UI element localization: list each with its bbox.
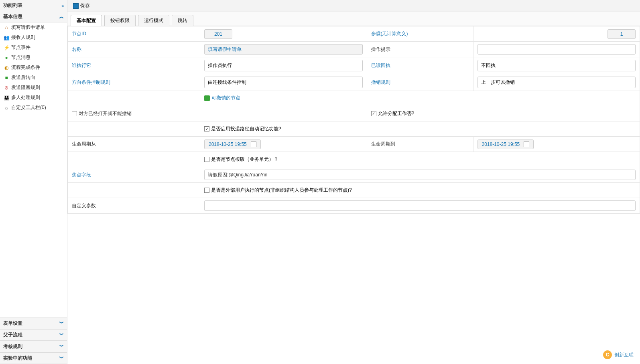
label-life-from: 生命周期从 — [68, 137, 200, 152]
sidebar-footer-0[interactable]: 表单设置︾ — [0, 317, 67, 329]
sidebar-item-label: 填写请假申请单 — [11, 24, 45, 31]
sidebar-item-label: 接收人规则 — [11, 34, 35, 41]
tab-0[interactable]: 基本配置 — [71, 15, 102, 26]
expand-icon: ︾ — [59, 355, 64, 361]
label-life-to: 生命周期到 — [367, 137, 473, 152]
sidebar-item-6[interactable]: ⊘发送阻塞规则 — [0, 83, 67, 93]
watermark: C 创新互联 — [603, 350, 634, 359]
sidebar-title[interactable]: 功能列表 « — [0, 0, 67, 11]
sidebar-item-8[interactable]: ☼自定义工具栏(0) — [0, 103, 67, 113]
direction-rule-dropdown[interactable]: 由连接线条件控制 — [204, 77, 363, 88]
read-receipt-value: 不回执 — [481, 62, 496, 69]
sidebar-footer-3[interactable]: 实验中的功能︾ — [0, 352, 67, 364]
sidebar-footer-1[interactable]: 父子流程︾ — [0, 329, 67, 341]
executor-dropdown[interactable]: 操作员执行 — [204, 60, 363, 71]
sidebar-item-label: 节点消息 — [11, 54, 30, 61]
sidebar-item-5[interactable]: ■发送后转向 — [0, 73, 67, 83]
sidebar-item-label: 节点事件 — [11, 44, 30, 51]
chk-allow-assign[interactable]: 允许分配工作否? — [371, 110, 636, 117]
section-collapse-icon: ︽ — [59, 14, 64, 20]
toolbar: 保存 — [67, 0, 640, 12]
chk-cannot-revoke-label: 对方已经打开就不能撤销 — [79, 110, 132, 117]
label-read-receipt[interactable]: 已读回执 — [371, 63, 390, 68]
revokable-node-label: 可撤销的节点 — [211, 95, 240, 101]
expand-icon: ︾ — [59, 344, 64, 350]
sidebar-footer-label: 考核规则 — [3, 343, 22, 350]
sidebar-item-label: 多人处理规则 — [11, 94, 40, 101]
sidebar-footer-label: 表单设置 — [3, 320, 22, 327]
section-basic-header[interactable]: 基本信息 ︽ — [0, 11, 67, 22]
nav-icon: ● — [3, 55, 10, 61]
label-revoke-rule[interactable]: 撤销规则 — [371, 79, 390, 85]
sidebar-item-3[interactable]: ●节点消息 — [0, 53, 67, 63]
sidebar-title-label: 功能列表 — [3, 2, 22, 9]
label-name[interactable]: 名称 — [72, 47, 81, 52]
sidebar-item-label: 流程完成条件 — [11, 64, 40, 71]
nav-icon: ⌂ — [3, 24, 10, 31]
label-executor[interactable]: 谁执行它 — [72, 63, 91, 68]
sidebar-items: ⌂填写请假申请单👥接收人规则⚡节点事件●节点消息◐流程完成条件■发送后转向⊘发送… — [0, 22, 67, 317]
label-node-id[interactable]: 节点ID — [72, 31, 86, 36]
chk-allow-assign-label: 允许分配工作否? — [378, 110, 414, 117]
collapse-icon: « — [61, 3, 64, 8]
tab-1[interactable]: 按钮权限 — [104, 15, 136, 26]
nav-icon: ⊘ — [3, 85, 10, 91]
label-direction-rule[interactable]: 方向条件控制规则 — [72, 79, 110, 85]
node-icon — [204, 95, 210, 101]
checkbox-checked-icon — [204, 126, 209, 131]
save-button[interactable]: 保存 — [71, 2, 92, 10]
nav-icon: ■ — [3, 75, 10, 81]
sidebar: 功能列表 « 基本信息 ︽ ⌂填写请假申请单👥接收人规则⚡节点事件●节点消息◐流… — [0, 0, 67, 364]
expand-icon: ︾ — [59, 332, 64, 338]
tabs: 基本配置按钮权限运行模式跳转 — [67, 12, 640, 26]
sidebar-item-7[interactable]: 👪多人处理规则 — [0, 93, 67, 103]
save-label: 保存 — [80, 2, 90, 9]
chk-auto-route[interactable]: 是否启用投递路径自动记忆功能? — [204, 125, 636, 132]
name-input[interactable] — [204, 44, 363, 55]
sidebar-item-label: 发送阻塞规则 — [11, 84, 40, 91]
sidebar-item-label: 自定义工具栏(0) — [11, 104, 46, 111]
main-area: 保存 基本配置按钮权限运行模式跳转 节点ID 201 步骤(无计算意义) 1 — [67, 0, 640, 364]
op-tip-input[interactable] — [477, 44, 636, 55]
life-from-value: 2018-10-25 19:55 — [209, 142, 247, 147]
sidebar-item-4[interactable]: ◐流程完成条件 — [0, 63, 67, 73]
revokable-node-link[interactable]: 可撤销的节点 — [204, 95, 240, 101]
expand-icon: ︾ — [59, 320, 64, 326]
checkbox-checked-icon — [371, 111, 376, 116]
chk-cannot-revoke[interactable]: 对方已经打开就不能撤销 — [72, 110, 363, 117]
read-receipt-dropdown[interactable]: 不回执 — [477, 60, 636, 71]
form-area: 节点ID 201 步骤(无计算意义) 1 名称 操作提示 — [67, 26, 640, 364]
label-step[interactable]: 步骤(无计算意义) — [371, 31, 408, 36]
section-basic-label: 基本信息 — [3, 13, 22, 20]
step-value: 1 — [607, 29, 636, 39]
checkbox-icon — [204, 157, 209, 162]
sidebar-item-0[interactable]: ⌂填写请假申请单 — [0, 22, 67, 32]
chk-external-label: 是否是外部用户执行的节点(非组织结构人员参与处理工作的节点)? — [211, 187, 352, 194]
sidebar-item-2[interactable]: ⚡节点事件 — [0, 42, 67, 53]
nav-icon: ☼ — [3, 105, 10, 111]
focus-input[interactable] — [204, 170, 636, 180]
tab-3[interactable]: 跳转 — [172, 15, 193, 26]
nav-icon: 👥 — [3, 34, 10, 41]
label-custom-param: 自定义参数 — [68, 198, 200, 214]
chk-external[interactable]: 是否是外部用户执行的节点(非组织结构人员参与处理工作的节点)? — [204, 187, 636, 194]
life-from-input[interactable]: 2018-10-25 19:55 — [204, 140, 261, 149]
chk-is-template-label: 是否是节点模版（业务单元）？ — [211, 156, 278, 163]
label-focus[interactable]: 焦点字段 — [72, 172, 91, 178]
executor-value: 操作员执行 — [208, 62, 232, 69]
chk-is-template[interactable]: 是否是节点模版（业务单元）？ — [204, 156, 636, 163]
checkbox-icon — [204, 188, 209, 193]
sidebar-footer-label: 实验中的功能 — [3, 355, 32, 362]
direction-rule-value: 由连接线条件控制 — [208, 79, 246, 86]
sidebar-item-label: 发送后转向 — [11, 74, 35, 81]
calendar-icon — [251, 142, 256, 147]
custom-param-input[interactable] — [204, 200, 636, 211]
sidebar-footer-label: 父子流程 — [3, 332, 22, 338]
sidebar-item-1[interactable]: 👥接收人规则 — [0, 32, 67, 42]
watermark-icon: C — [603, 350, 612, 359]
sidebar-footer-2[interactable]: 考核规则︾ — [0, 341, 67, 352]
tab-2[interactable]: 运行模式 — [138, 15, 169, 26]
life-to-input[interactable]: 2018-10-25 19:55 — [477, 140, 534, 149]
revoke-rule-dropdown[interactable]: 上一步可以撤销 — [477, 77, 636, 88]
label-op-tip: 操作提示 — [367, 42, 473, 57]
